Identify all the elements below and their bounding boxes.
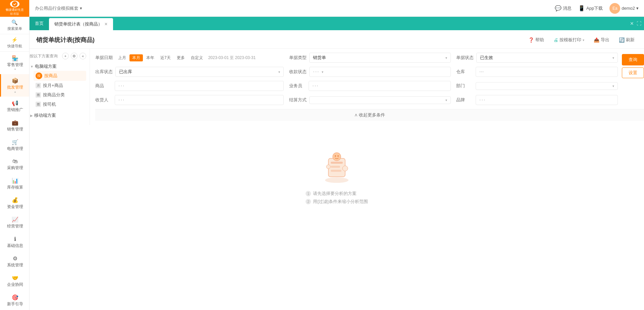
settlement-select[interactable]: ▾ xyxy=(309,96,451,104)
date-tab-more[interactable]: 更多 xyxy=(174,54,187,61)
type-select[interactable]: 销货单 ▾ xyxy=(309,53,451,63)
tab-maximize-icon[interactable]: ⛶ xyxy=(637,21,641,26)
content-area: 销货单统计表(按商品) ❓ 帮助 🖨 按模板打印 ▾ 📤 导出 xyxy=(30,30,644,310)
filter-main: 单据日期 上月 本月 本年 近7天 更多 自定义 xyxy=(90,49,644,125)
filter-row-2: 出库状态 已出库 ▾ 收款状态 ··· xyxy=(95,67,618,77)
empty-illustration xyxy=(317,145,357,185)
quick-nav-item[interactable]: ⚡ 快捷导航 xyxy=(0,34,29,52)
sidebar-item-collab[interactable]: 🤝 企业协同 xyxy=(0,271,29,291)
sidebar-item-ecom[interactable]: 🛒 电商管理 xyxy=(0,136,29,155)
svg-point-7 xyxy=(335,155,336,157)
empty-text-list: 1 请先选择要分析的方案 2 用[过滤]条件来缩小分析范围 xyxy=(306,191,368,207)
date-tab-this-year[interactable]: 本年 xyxy=(144,54,157,61)
sidebar-item-purchase[interactable]: 🛍 采购管理 xyxy=(0,155,29,174)
retail-label: 零售管理 xyxy=(7,62,23,68)
wholesale-label: 批发管理 xyxy=(7,85,23,90)
settings-button[interactable]: 设置 xyxy=(622,67,644,78)
date-field: 单据日期 上月 本月 本年 近7天 更多 自定义 xyxy=(95,54,284,61)
sidebar-item-finance[interactable]: 💰 资金管理 xyxy=(0,194,29,213)
settlement-arrow: ▾ xyxy=(445,98,447,102)
pc-scheme-header[interactable]: ▼ 电脑端方案 xyxy=(30,62,86,71)
help-btn[interactable]: ❓ 帮助 xyxy=(526,36,547,44)
warehouse-input[interactable]: ··· xyxy=(476,67,618,77)
settlement-label: 结算方式 xyxy=(289,97,307,103)
marketing-icon: 📢 xyxy=(12,100,18,106)
consignee-input[interactable]: ··· xyxy=(115,95,284,105)
date-tab-last-month[interactable]: 上月 xyxy=(115,54,129,61)
retail-icon: 🏪 xyxy=(12,55,18,61)
app-logo[interactable]: 畅捷通好生意 标准版 xyxy=(0,0,29,17)
avatar-text: Ea xyxy=(612,6,618,11)
wholesale-icon: 📦 xyxy=(12,78,18,84)
sidebar-item-system[interactable]: ⚙ 系统管理 xyxy=(0,252,29,271)
phone-icon: 📱 xyxy=(578,5,585,11)
message-label: 消息 xyxy=(563,5,572,11)
quick-nav-label: 快捷导航 xyxy=(1,44,28,49)
inventory-label: 库存核算 xyxy=(7,185,23,190)
svg-point-8 xyxy=(337,155,339,157)
date-label: 单据日期 xyxy=(95,55,113,61)
tab-close-window-icon[interactable]: ✕ xyxy=(630,21,634,26)
sidebar-item-operation[interactable]: 📈 经营管理 xyxy=(0,213,29,232)
sidebar-item-newbie[interactable]: 🎯 新手引导 xyxy=(0,291,29,310)
tree-item-by-goods[interactable]: 按 按商品 xyxy=(34,71,86,81)
tab-home[interactable]: 首页 xyxy=(30,17,49,30)
edit-scheme-btn[interactable]: ⚙ xyxy=(71,53,77,59)
tree-item-by-month-goods[interactable]: 月 按月+商品 xyxy=(34,81,86,90)
sidebar-item-retail[interactable]: 🏪 零售管理 ▾ xyxy=(0,52,29,74)
goods-input[interactable]: ··· xyxy=(115,81,284,91)
collab-icon: 🤝 xyxy=(12,275,18,281)
sales-stat-tab-label: 销货单统计表（按商品） xyxy=(54,21,102,27)
collect-input[interactable]: ··· ▾ xyxy=(309,67,451,77)
date-tab-custom[interactable]: 自定义 xyxy=(188,54,206,61)
print-label: 按模板打印 xyxy=(559,37,581,43)
app-download-btn[interactable]: 📱 App下载 xyxy=(578,5,603,11)
brand-input[interactable]: ··· xyxy=(476,95,618,105)
pc-scheme-arrow: ▼ xyxy=(30,65,34,68)
empty-tip-2: 2 用[过滤]条件来缩小分析范围 xyxy=(306,199,368,205)
brand-field: 品牌 ··· xyxy=(456,95,618,105)
tab-close-icon[interactable]: ✕ xyxy=(104,22,108,27)
query-button[interactable]: 查询 xyxy=(622,54,644,65)
collect-label: 收款状态 xyxy=(289,69,307,75)
empty-state: 1 请先选择要分析的方案 2 用[过滤]条件来缩小分析范围 xyxy=(30,125,644,227)
user-menu[interactable]: Ea demo2 ▾ xyxy=(609,3,639,14)
mobile-scheme-header[interactable]: ▶ 移动端方案 xyxy=(30,111,86,120)
ecom-icon: 🛒 xyxy=(12,139,18,145)
status-select[interactable]: 已生效 ▾ xyxy=(476,53,618,63)
sidebar-item-basic[interactable]: ℹ 基础信息 xyxy=(0,232,29,252)
collapse-conditions-btn[interactable]: ∧ 收起更多条件 xyxy=(95,109,644,121)
driver-label: 按司机 xyxy=(43,101,56,107)
date-tab-7days[interactable]: 近7天 xyxy=(158,54,173,61)
sidebar-item-marketing[interactable]: 📢 营销推广 xyxy=(0,97,29,116)
add-scheme-btn[interactable]: + xyxy=(62,53,69,59)
message-btn[interactable]: 💬 消息 xyxy=(555,5,572,11)
salesman-field: 业务员 ··· xyxy=(289,81,451,91)
tree-item-by-driver[interactable]: 图 按司机 xyxy=(34,100,86,109)
industry-selector[interactable]: 办公用品行业模拟账套 ▾ xyxy=(35,5,82,11)
sidebar-item-inventory[interactable]: 📊 库存核算 xyxy=(0,174,29,194)
tab-sales-stat[interactable]: 销货单统计表（按商品） ✕ xyxy=(49,18,113,30)
mobile-scheme-group: ▶ 移动端方案 xyxy=(30,111,86,120)
out-status-select[interactable]: 已出库 ▾ xyxy=(115,67,284,77)
svg-point-10 xyxy=(326,165,330,169)
goods-field: 商品 ··· xyxy=(95,81,284,91)
sidebar-item-wholesale[interactable]: 📦 批发管理 ▴ xyxy=(0,74,29,97)
date-tab-this-month[interactable]: 本月 xyxy=(129,54,143,61)
refresh-label: 刷新 xyxy=(626,37,635,43)
refresh-btn[interactable]: 🔄 刷新 xyxy=(616,36,637,44)
filter-sidebar: 按以下方案查询 + ⚙ « ▼ 电脑端方案 xyxy=(30,49,90,125)
collapse-sidebar-btn[interactable]: « xyxy=(79,53,86,59)
print-btn[interactable]: 🖨 按模板打印 ▾ xyxy=(551,36,587,44)
tree-item-by-category[interactable]: 图 按商品分类 xyxy=(34,90,86,100)
export-btn[interactable]: 📤 导出 xyxy=(591,36,612,44)
doc-type-field: 单据类型 销货单 ▾ xyxy=(289,53,451,63)
dept-select[interactable]: ▾ xyxy=(476,82,618,90)
sidebar-item-sales[interactable]: 💼 销售管理 xyxy=(0,116,29,136)
refresh-icon: 🔄 xyxy=(619,37,625,43)
search-menu-item[interactable]: 🔍 搜索菜单 xyxy=(0,17,29,34)
goods-dot: 按 xyxy=(36,72,42,79)
filter-row-4: 收货人 ··· 结算方式 ▾ xyxy=(95,95,618,105)
consignee-dots: ··· xyxy=(118,97,125,103)
salesman-input[interactable]: ··· xyxy=(309,81,451,91)
